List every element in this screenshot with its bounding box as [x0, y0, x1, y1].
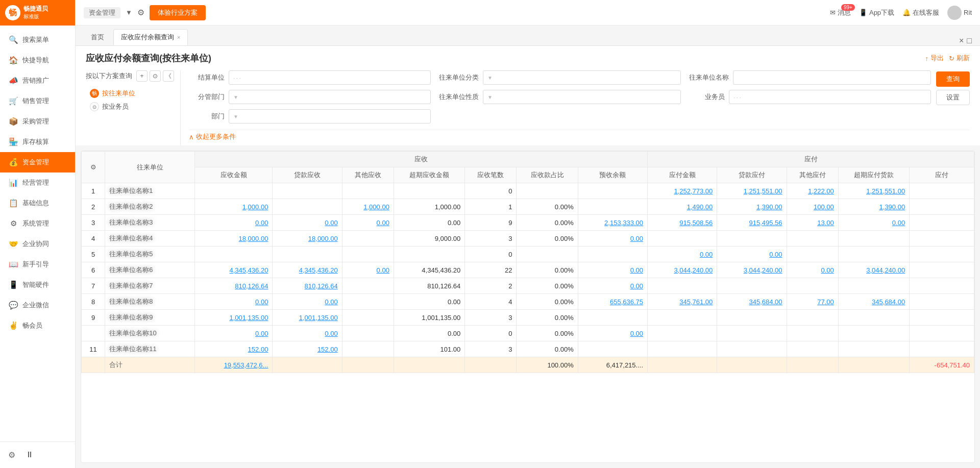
- table-cell-link[interactable]: [838, 231, 909, 247]
- breadcrumb-dropdown-icon[interactable]: ▼: [126, 9, 132, 16]
- online-service-btn[interactable]: 🔔 在线客服: [902, 8, 939, 17]
- partner-name-input[interactable]: [733, 70, 931, 85]
- table-cell-link[interactable]: 3,044,240.00: [717, 262, 787, 278]
- scheme-settings-btn[interactable]: ⊙: [150, 70, 161, 82]
- gear-icon[interactable]: ⚙: [137, 8, 144, 17]
- table-cell-link[interactable]: [717, 341, 787, 357]
- table-cell-link[interactable]: 1,252,773.00: [648, 183, 717, 199]
- table-cell-link[interactable]: [648, 278, 717, 294]
- table-cell-link[interactable]: [342, 247, 394, 262]
- sidebar-item-business[interactable]: 📊 经营管理: [0, 173, 75, 193]
- set-button[interactable]: 设置: [936, 90, 970, 105]
- table-cell-link[interactable]: 13.00: [787, 215, 838, 231]
- table-cell-link[interactable]: 0.00: [578, 231, 647, 247]
- table-cell-link[interactable]: [342, 294, 394, 310]
- tab-receivable-query[interactable]: 应收应付余额查询 ×: [113, 29, 188, 45]
- sidebar-item-smart-hw[interactable]: 📱 智能硬件: [0, 275, 75, 295]
- table-cell-link[interactable]: 1,000.00: [195, 199, 273, 215]
- table-cell-link[interactable]: [717, 278, 787, 294]
- table-cell[interactable]: 0.00%: [517, 215, 578, 231]
- table-cell[interactable]: 0.00%: [517, 199, 578, 215]
- table-cell-link[interactable]: 152.00: [195, 341, 273, 357]
- table-cell-link[interactable]: [578, 310, 647, 326]
- table-cell-link[interactable]: 18,000.00: [195, 231, 273, 247]
- table-cell-link[interactable]: [342, 231, 394, 247]
- user-avatar-area[interactable]: Rit: [947, 6, 972, 20]
- table-cell-link[interactable]: [273, 247, 342, 262]
- table-cell[interactable]: 0.00%: [517, 278, 578, 294]
- table-cell-link[interactable]: [578, 199, 647, 215]
- table-cell[interactable]: 0.00%: [517, 310, 578, 326]
- table-settings-col[interactable]: ⚙: [82, 152, 105, 183]
- export-btn[interactable]: ↑ 导出: [925, 54, 944, 63]
- add-scheme-btn[interactable]: +: [136, 70, 148, 82]
- partner-nature-input[interactable]: ▼: [483, 90, 681, 104]
- sidebar-item-sales[interactable]: 🛒 销售管理: [0, 91, 75, 111]
- table-cell-link[interactable]: 152.00: [273, 341, 342, 357]
- table-cell-link[interactable]: 18,000.00: [273, 231, 342, 247]
- table-cell-link[interactable]: 4,345,436.20: [195, 262, 273, 278]
- table-cell-link[interactable]: 0.00: [578, 262, 647, 278]
- sidebar-item-base-info[interactable]: 📋 基础信息: [0, 193, 75, 213]
- trial-btn[interactable]: 体验行业方案: [150, 5, 206, 20]
- app-download-btn[interactable]: 📱 App下载: [859, 8, 894, 17]
- table-cell-link[interactable]: 1,001,135.00: [273, 310, 342, 326]
- table-cell-link[interactable]: [648, 231, 717, 247]
- table-cell-link[interactable]: 0.00: [717, 247, 787, 262]
- table-cell-link[interactable]: [717, 231, 787, 247]
- settings-icon[interactable]: ⚙: [8, 450, 15, 460]
- scheme-collapse-btn[interactable]: 《: [163, 70, 174, 82]
- table-cell[interactable]: 0.00: [394, 326, 464, 341]
- table-cell-link[interactable]: 0.00: [195, 294, 273, 310]
- sidebar-item-guide[interactable]: 📖 新手引导: [0, 254, 75, 275]
- table-cell[interactable]: 0.00%: [517, 326, 578, 341]
- maximize-btn[interactable]: □: [967, 36, 972, 45]
- table-cell-link[interactable]: [838, 310, 909, 326]
- table-cell-link[interactable]: [273, 183, 342, 199]
- table-cell-link[interactable]: [838, 341, 909, 357]
- table-cell-link[interactable]: 100.00: [787, 199, 838, 215]
- sidebar-item-purchase[interactable]: 📦 采购管理: [0, 111, 75, 132]
- table-cell-link[interactable]: 1,251,551.00: [717, 183, 787, 199]
- tab-home[interactable]: 首页: [84, 29, 111, 45]
- sidebar-item-cooperation[interactable]: 🤝 企业协同: [0, 234, 75, 254]
- table-cell-link[interactable]: 915,495.56: [717, 215, 787, 231]
- table-cell[interactable]: 810,126.64: [394, 278, 464, 294]
- table-cell-link[interactable]: [787, 247, 838, 262]
- sidebar-item-system[interactable]: ⚙ 系统管理: [0, 213, 75, 234]
- table-cell-link[interactable]: [648, 341, 717, 357]
- query-button[interactable]: 查询: [936, 71, 970, 87]
- table-cell-link[interactable]: 655,636.75: [578, 294, 647, 310]
- table-cell-link[interactable]: 0.00: [273, 326, 342, 341]
- table-cell[interactable]: 0.00%: [517, 262, 578, 278]
- table-cell-link[interactable]: 0.00: [578, 326, 647, 341]
- table-cell[interactable]: 1,001,135.00: [394, 310, 464, 326]
- collapse-btn[interactable]: ∧ 收起更多条件: [189, 132, 970, 141]
- table-cell-link[interactable]: 0.00: [787, 262, 838, 278]
- table-cell-link[interactable]: [717, 326, 787, 341]
- sidebar-item-search-menu[interactable]: 🔍 搜索菜单: [0, 30, 75, 50]
- table-cell-link[interactable]: [342, 183, 394, 199]
- table-cell-link[interactable]: 1,251,551.00: [838, 183, 909, 199]
- table-cell-link[interactable]: [648, 326, 717, 341]
- table-cell-link[interactable]: [578, 247, 647, 262]
- table-cell[interactable]: 0.00: [394, 215, 464, 231]
- table-cell-link[interactable]: 915,508.56: [648, 215, 717, 231]
- close-window-btn[interactable]: ×: [959, 36, 964, 45]
- table-cell[interactable]: 9,000.00: [394, 231, 464, 247]
- table-cell-link[interactable]: 0.00: [342, 215, 394, 231]
- sidebar-item-finance[interactable]: 💰 资金管理: [0, 152, 75, 173]
- table-cell-link[interactable]: 0.00: [273, 215, 342, 231]
- table-cell-link[interactable]: 0.00: [273, 294, 342, 310]
- scheme-by-salesperson[interactable]: ⊙ 按业务员: [86, 100, 174, 113]
- table-cell[interactable]: 0.00%: [517, 231, 578, 247]
- table-cell-link[interactable]: [838, 278, 909, 294]
- table-cell-link[interactable]: 345,684.00: [717, 294, 787, 310]
- table-cell-link[interactable]: 1,390.00: [838, 199, 909, 215]
- table-cell[interactable]: 0.00: [394, 294, 464, 310]
- salesperson-input[interactable]: ···: [729, 90, 931, 104]
- table-cell-link[interactable]: 3,044,240.00: [648, 262, 717, 278]
- footer-receivable-amount[interactable]: 19,553,472,6...: [195, 357, 273, 373]
- table-cell-link[interactable]: 3,044,240.00: [838, 262, 909, 278]
- table-cell-link[interactable]: 0.00: [195, 215, 273, 231]
